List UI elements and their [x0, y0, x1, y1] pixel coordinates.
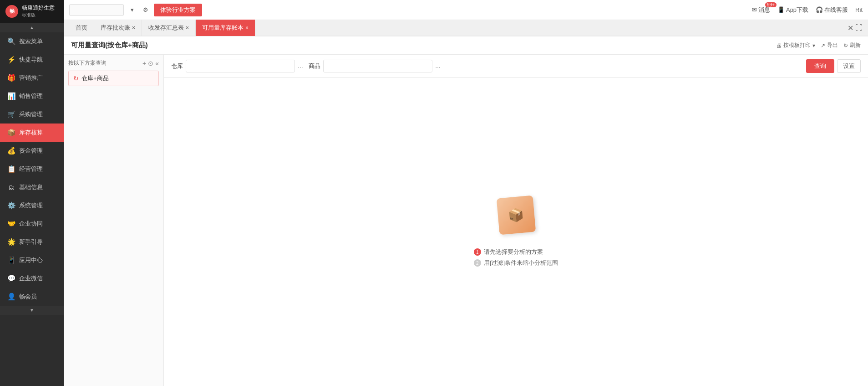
- enterprise-icon: 🤝: [7, 220, 15, 228]
- sidebar-item-member[interactable]: 👤 畅会员: [0, 288, 64, 306]
- product-label: 商品: [309, 62, 320, 70]
- tab-summary[interactable]: 收发存汇总表 ×: [142, 20, 196, 36]
- print-dropdown-icon: ▾: [812, 42, 815, 49]
- empty-tip-1: 1 请先选择要分析的方案: [474, 248, 558, 256]
- user-name[interactable]: Rit: [855, 6, 863, 13]
- service-icon: 🎧: [816, 6, 823, 13]
- tab-available[interactable]: 可用量库存账本 ×: [196, 20, 255, 36]
- filter-header: 按以下方案查询 + ⊙ «: [68, 59, 159, 67]
- export-icon: ↗: [821, 42, 825, 49]
- system-icon: ⚙️: [7, 201, 15, 210]
- sidebar-item-basic[interactable]: 🗂 基础信息: [0, 178, 64, 196]
- tabbar-expand-button[interactable]: ⛶: [855, 24, 863, 32]
- left-filter-panel: 按以下方案查询 + ⊙ « ↻ 仓库+商品: [64, 55, 164, 386]
- right-main-panel: 仓库 … 商品 … 查询 设置 📦: [164, 55, 868, 386]
- trial-button[interactable]: 体验行业方案: [154, 4, 202, 16]
- sidebar-item-guide[interactable]: 🌟 新手引导: [0, 233, 64, 251]
- tip-num-2: 2: [474, 259, 481, 267]
- product-input[interactable]: [323, 60, 432, 72]
- sidebar-item-apps[interactable]: 📱 应用中心: [0, 251, 64, 269]
- sidebar-item-system[interactable]: ⚙️ 系统管理: [0, 196, 64, 215]
- tab-batch[interactable]: 库存批次账 ×: [94, 20, 142, 36]
- page-title: 可用量查询(按仓库+商品): [71, 41, 148, 50]
- empty-illustration: 📦: [493, 197, 539, 242]
- guide-icon: 🌟: [7, 238, 15, 246]
- dropdown-icon[interactable]: ▾: [127, 5, 137, 15]
- sidebar-scroll-down[interactable]: ▼: [0, 306, 64, 315]
- app-icon: 📱: [777, 6, 785, 13]
- sidebar-header: 畅 畅康通好生意 标准版: [0, 0, 64, 23]
- sidebar-item-inventory[interactable]: 📦 库存核算: [0, 124, 64, 142]
- sidebar-badge: 标准版: [22, 12, 55, 18]
- sidebar-item-search[interactable]: 🔍 搜索菜单: [0, 32, 64, 51]
- sidebar-item-wechat[interactable]: 💬 企业微信: [0, 269, 64, 288]
- online-service-button[interactable]: 🎧 在线客服: [816, 6, 848, 14]
- purchase-icon: 🛒: [7, 110, 15, 118]
- member-icon: 👤: [7, 293, 15, 301]
- tab-home[interactable]: 首页: [69, 20, 94, 36]
- topbar-search-input[interactable]: [69, 4, 124, 16]
- empty-box-icon: 📦: [496, 196, 536, 235]
- tabbar-close-button[interactable]: ✕: [848, 24, 853, 32]
- add-scheme-icon[interactable]: +: [142, 60, 146, 67]
- tip-num-1: 1: [474, 248, 481, 256]
- search-icon: 🔍: [7, 37, 15, 46]
- wechat-icon: 💬: [7, 274, 15, 283]
- sidebar-item-purchase[interactable]: 🛒 采购管理: [0, 105, 64, 124]
- sidebar-item-sales[interactable]: 📊 销售管理: [0, 87, 64, 105]
- topbar: ▾ ⚙ 体验行业方案 ✉ 消息 99+ 📱 App下载 🎧 在线客服 Rit: [64, 0, 868, 20]
- gear-icon[interactable]: ⚙: [140, 5, 151, 15]
- empty-state: 📦 1 请先选择要分析的方案 2 用[过滤]条件来缩小分析范围: [164, 78, 868, 386]
- print-icon: 🖨: [776, 42, 782, 49]
- sidebar-item-finance[interactable]: 💰 资金管理: [0, 142, 64, 160]
- shortcut-icon: ⚡: [7, 56, 15, 64]
- warehouse-more-button[interactable]: …: [298, 63, 303, 69]
- warehouse-label: 仓库: [171, 62, 183, 70]
- message-button[interactable]: ✉ 消息 99+: [752, 6, 770, 14]
- message-count: 99+: [765, 2, 777, 7]
- scheme-item[interactable]: ↻ 仓库+商品: [68, 71, 159, 86]
- sidebar-logo: 畅: [5, 5, 18, 18]
- tabbar: 首页 库存批次账 × 收发存汇总表 × 可用量库存账本 × ✕ ⛶: [64, 20, 868, 36]
- sidebar-item-shortcut[interactable]: ⚡ 快捷导航: [0, 51, 64, 69]
- sidebar-item-marketing[interactable]: 🎁 营销推广: [0, 69, 64, 87]
- warehouse-input[interactable]: [186, 60, 295, 72]
- scheme-icon: ↻: [73, 75, 79, 82]
- settings-scheme-icon[interactable]: ⊙: [148, 60, 153, 67]
- message-icon: ✉: [752, 6, 757, 13]
- apps-icon: 📱: [7, 256, 15, 264]
- sidebar-item-operations[interactable]: 📋 经营管理: [0, 160, 64, 178]
- page-header: 可用量查询(按仓库+商品) 🖨 按模板打印 ▾ ↗ 导出 ↻ 刷新: [64, 36, 868, 55]
- tab-summary-close[interactable]: ×: [186, 25, 189, 31]
- tab-available-close[interactable]: ×: [245, 25, 249, 31]
- product-more-button[interactable]: …: [435, 63, 441, 69]
- basic-icon: 🗂: [7, 183, 15, 191]
- warehouse-field: 仓库 …: [171, 60, 303, 72]
- collapse-panel-icon[interactable]: «: [155, 60, 159, 67]
- sales-icon: 📊: [7, 92, 15, 100]
- sidebar: 畅 畅康通好生意 标准版 ▲ 🔍 搜索菜单 ⚡ 快捷导航 🎁 营销推广 📊 销售…: [0, 0, 64, 386]
- settings-button[interactable]: 设置: [837, 59, 861, 73]
- filter-row: 仓库 … 商品 … 查询 设置: [164, 55, 868, 78]
- content-area: 按以下方案查询 + ⊙ « ↻ 仓库+商品 仓库 …: [64, 55, 868, 386]
- product-field: 商品 …: [309, 60, 441, 72]
- tab-batch-close[interactable]: ×: [132, 25, 135, 31]
- print-template-button[interactable]: 🖨 按模板打印 ▾: [776, 41, 815, 49]
- inventory-icon: 📦: [7, 129, 15, 137]
- app-download-button[interactable]: 📱 App下载: [777, 6, 808, 14]
- operations-icon: 📋: [7, 165, 15, 173]
- sidebar-title: 畅康通好生意: [22, 5, 55, 12]
- query-button[interactable]: 查询: [806, 59, 834, 73]
- refresh-button[interactable]: ↻ 刷新: [843, 41, 861, 49]
- refresh-icon: ↻: [843, 42, 848, 49]
- scheme-label: 仓库+商品: [81, 74, 109, 82]
- main-area: ▾ ⚙ 体验行业方案 ✉ 消息 99+ 📱 App下载 🎧 在线客服 Rit 首…: [64, 0, 868, 386]
- filter-header-label: 按以下方案查询: [68, 59, 107, 67]
- empty-tips: 1 请先选择要分析的方案 2 用[过滤]条件来缩小分析范围: [474, 248, 558, 267]
- empty-tip-2: 2 用[过滤]条件来缩小分析范围: [474, 259, 558, 267]
- sidebar-item-enterprise[interactable]: 🤝 企业协同: [0, 215, 64, 233]
- export-button[interactable]: ↗ 导出: [821, 41, 838, 49]
- marketing-icon: 🎁: [7, 74, 15, 82]
- sidebar-scroll-up[interactable]: ▲: [0, 23, 64, 32]
- finance-icon: 💰: [7, 147, 15, 155]
